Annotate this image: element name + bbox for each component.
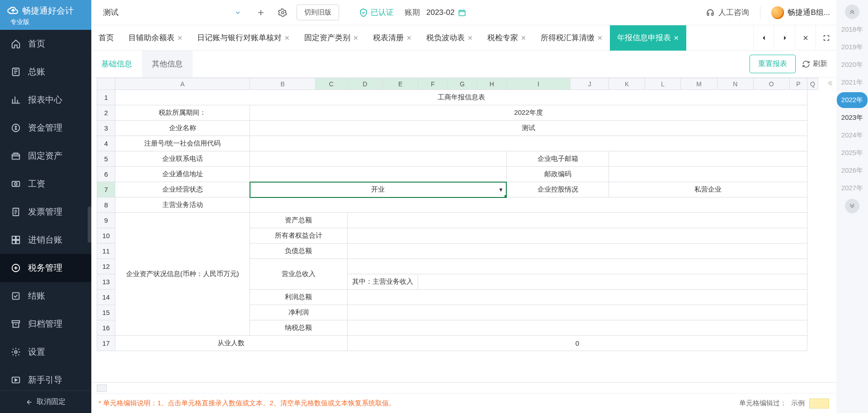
year-2021年[interactable]: 2021年 [837,75,868,90]
row-header-2[interactable]: 2 [97,105,115,121]
email-value[interactable] [609,151,807,167]
unpin-button[interactable]: 取消固定 [0,390,91,413]
row-header-13[interactable]: 13 [97,274,115,290]
holding-value[interactable]: 私营企业 [609,182,807,197]
profit-value[interactable] [347,290,807,305]
year-2027年[interactable]: 2027年 [837,180,868,196]
col-header-H[interactable]: H [477,78,506,90]
year-2025年[interactable]: 2025年 [837,145,868,161]
tab-3[interactable]: 固定资产类别✕ [297,25,366,51]
subtab-0[interactable]: 基础信息 [91,51,142,77]
col-header-F[interactable]: F [418,78,448,90]
tab-6[interactable]: 税检专家✕ [480,25,533,51]
tab-7[interactable]: 所得税汇算清缴✕ [533,25,610,51]
row-header-1[interactable]: 1 [97,90,115,105]
reg-code-value[interactable] [250,136,807,151]
year-2022年[interactable]: 2022年 [837,92,868,108]
address-value[interactable] [250,167,507,182]
refresh-button[interactable]: 刷新 [802,59,827,69]
close-icon[interactable]: ✕ [597,34,603,42]
sidebar-item-0[interactable]: 首页 [0,30,91,58]
total-assets-value[interactable] [347,213,807,228]
subtab-1[interactable]: 其他信息 [142,51,193,77]
row-header-12[interactable]: 12 [97,259,115,274]
add-button[interactable] [253,5,269,20]
row-header-7[interactable]: 7 [97,182,115,197]
row-header-10[interactable]: 10 [97,228,115,244]
revenue-value[interactable] [347,259,807,274]
close-icon[interactable]: ✕ [177,34,183,42]
tab-8[interactable]: 年报信息申报表✕ [610,25,686,51]
column-headers[interactable]: ABCDEFGHIJKLMNOPQ [97,78,818,90]
employees-value[interactable]: 0 [347,336,807,351]
row-header-3[interactable]: 3 [97,121,115,136]
tab-4[interactable]: 税表清册✕ [366,25,419,51]
year-2026年[interactable]: 2026年 [837,163,868,178]
tax-total-value[interactable] [347,320,807,336]
support-button[interactable]: 人工咨询 [706,7,749,18]
col-header-L[interactable]: L [645,78,681,90]
col-header-I[interactable]: I [506,78,570,90]
equity-value[interactable] [347,228,807,244]
year-2019年[interactable]: 2019年 [837,39,868,55]
sidebar-item-10[interactable]: 归档管理 [0,310,91,338]
col-header-P[interactable]: P [789,78,807,90]
col-header-Q[interactable]: Q [807,78,818,90]
main-revenue-value[interactable] [418,274,807,290]
phone-value[interactable] [250,151,507,167]
horizontal-scrollbar[interactable] [91,382,836,393]
close-icon[interactable]: ✕ [521,34,526,42]
period-value-cell[interactable]: 2022年度 [250,105,807,121]
tab-2[interactable]: 日记账与银行对账单核对✕ [190,25,297,51]
col-header-C[interactable]: C [316,78,347,90]
sidebar-item-8[interactable]: 税务管理 [0,254,91,282]
col-header-M[interactable]: M [681,78,717,90]
tabs-prev[interactable] [753,25,774,51]
tab-1[interactable]: 目辅助余额表✕ [121,25,190,51]
close-icon[interactable]: ✕ [353,34,359,42]
sidebar-item-7[interactable]: 进销台账 [0,226,91,254]
settings-button[interactable] [275,5,290,20]
col-header-O[interactable]: O [753,78,789,90]
user-menu[interactable]: 畅捷通B组... [771,6,830,19]
row-header-14[interactable]: 14 [97,290,115,305]
sidebar-scrollbar[interactable] [88,206,91,243]
sidebar-item-5[interactable]: 工资 [0,170,91,198]
col-header-N[interactable]: N [717,78,753,90]
sidebar-item-9[interactable]: 结账 [0,282,91,310]
col-header-G[interactable]: G [448,78,477,90]
liabilities-value[interactable] [347,244,807,259]
col-header-E[interactable]: E [383,78,418,90]
year-2024年[interactable]: 2024年 [837,127,868,143]
main-biz-value[interactable] [250,197,807,213]
col-header-B[interactable]: B [250,78,316,90]
sidebar-item-2[interactable]: 报表中心 [0,86,91,114]
sidebar-item-11[interactable]: 设置 [0,338,91,366]
reset-report-button[interactable]: 重置报表 [750,55,796,73]
row-header-17[interactable]: 17 [97,336,115,351]
close-icon[interactable]: ✕ [284,34,290,42]
sidebar-item-1[interactable]: 总账 [0,58,91,86]
tab-0[interactable]: 首页 [91,25,121,51]
tabs-next[interactable] [774,25,795,51]
row-header-16[interactable]: 16 [97,320,115,336]
status-dropdown[interactable]: 开业▼ [250,182,507,197]
year-2018年[interactable]: 2018年 [837,22,868,38]
col-header-J[interactable]: J [571,78,609,90]
row-header-9[interactable]: 9 [97,213,115,228]
row-header-5[interactable]: 5 [97,151,115,167]
col-header-A[interactable]: A [115,78,250,90]
company-name-value[interactable]: 测试 [250,121,807,136]
tabs-close[interactable] [795,25,816,51]
sidebar-item-12[interactable]: 新手引导 [0,366,91,390]
close-icon[interactable]: ✕ [674,34,679,42]
sheet-scroll[interactable]: ABCDEFGHIJKLMNOPQ 1工商年报信息表2税款所属期间：2022年度… [91,78,824,382]
row-header-15[interactable]: 15 [97,305,115,320]
hscroll-left-btn[interactable] [97,385,107,392]
period-picker[interactable]: 2023-02 [426,8,466,17]
postcode-value[interactable] [609,167,807,182]
close-icon[interactable]: ✕ [467,34,473,42]
year-2023年[interactable]: 2023年 [837,110,868,126]
collapse-panel-button[interactable] [824,78,836,382]
select-all-corner[interactable] [97,78,115,90]
